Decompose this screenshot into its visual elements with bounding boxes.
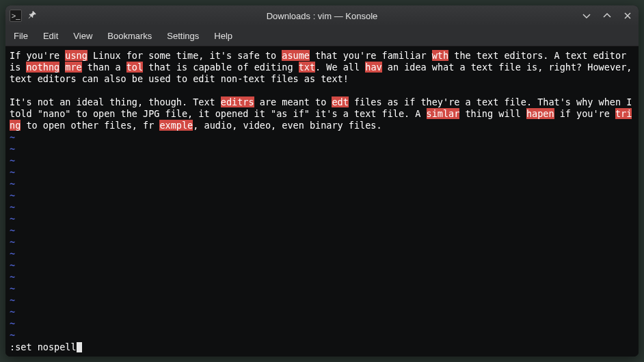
menu-bookmarks[interactable]: Bookmarks (107, 31, 152, 41)
empty-line-tilde: ~ (10, 306, 634, 318)
empty-line-tilde: ~ (10, 201, 634, 213)
minimize-button[interactable] (580, 9, 593, 23)
pin-icon[interactable] (27, 10, 37, 22)
command-line[interactable]: :set nospell (10, 341, 634, 353)
titlebar: >_ Downloads : vim — Konsole (5, 5, 639, 26)
empty-line-tilde: ~ (10, 178, 634, 190)
terminal-area[interactable]: If you're usng Linux for some time, it's… (5, 47, 639, 357)
misspelled-word: usng (65, 50, 88, 61)
empty-line-tilde: ~ (10, 294, 634, 306)
misspelled-word: editrs (221, 96, 254, 107)
empty-line-tilde: ~ (10, 213, 634, 224)
misspelled-word: wth (432, 50, 448, 61)
menu-file[interactable]: File (14, 31, 28, 41)
misspelled-word: nothng (26, 62, 59, 73)
maximize-button[interactable] (600, 9, 614, 23)
empty-line-tilde: ~ (10, 283, 634, 294)
empty-line-tilde: ~ (10, 131, 634, 143)
menu-edit[interactable]: Edit (43, 31, 58, 41)
misspelled-word: hav (365, 62, 381, 73)
misspelled-word: edt (332, 96, 348, 107)
paragraph-2: It's not an ideal thing, though. Text ed… (10, 96, 634, 131)
misspelled-word: tol (126, 62, 143, 73)
misspelled-word: txt (299, 62, 315, 73)
misspelled-word: asume (282, 50, 310, 61)
empty-line-tilde: ~ (10, 329, 634, 341)
empty-line-tilde: ~ (10, 259, 634, 271)
menubar: File Edit View Bookmarks Settings Help (5, 26, 639, 47)
empty-line-tilde: ~ (10, 143, 634, 155)
empty-line-tilde: ~ (10, 166, 634, 178)
terminal-icon: >_ (10, 10, 22, 22)
menu-view[interactable]: View (73, 31, 92, 41)
paragraph-1: If you're usng Linux for some time, it's… (10, 50, 634, 85)
misspelled-word: hapen (526, 108, 554, 119)
empty-line-tilde: ~ (10, 318, 634, 329)
menu-settings[interactable]: Settings (167, 31, 199, 41)
menu-help[interactable]: Help (214, 31, 232, 41)
empty-line-tilde: ~ (10, 224, 634, 236)
cursor (77, 342, 82, 352)
terminal-window: >_ Downloads : vim — Konsole File Edit V… (5, 5, 639, 357)
close-button[interactable] (621, 9, 634, 23)
empty-line-tilde: ~ (10, 236, 634, 248)
empty-line-tilde: ~ (10, 155, 634, 166)
empty-line-tilde: ~ (10, 190, 634, 201)
misspelled-word: mre (65, 62, 81, 73)
empty-line-tilde: ~ (10, 248, 634, 259)
misspelled-word: simlar (427, 108, 460, 119)
misspelled-word: exmple (159, 120, 193, 131)
empty-line-tilde: ~ (10, 271, 634, 283)
window-title: Downloads : vim — Konsole (267, 11, 378, 21)
